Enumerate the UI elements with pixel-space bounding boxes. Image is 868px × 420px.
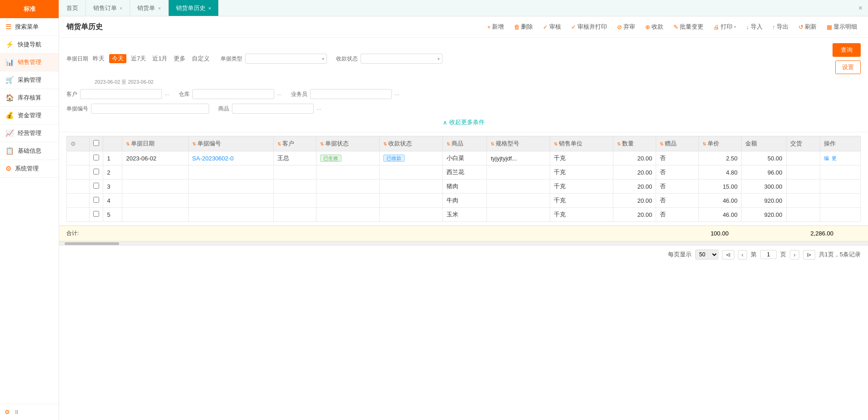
cell-checkbox[interactable] — [90, 165, 103, 180]
sidebar-bottom-icon1[interactable]: ⚙ — [5, 409, 10, 415]
tab-sales-order[interactable]: 销售订单 × — [86, 0, 130, 16]
audit-print-button[interactable]: ✓ 审核并打印 — [567, 21, 611, 33]
collect-button[interactable]: ⊕ 收款 — [642, 21, 667, 33]
th-unit-price[interactable]: ⇅单价 — [699, 136, 742, 151]
first-page-button[interactable]: ⊲ — [722, 250, 734, 260]
cell-doc-no[interactable] — [188, 165, 274, 180]
date-today[interactable]: 今天 — [109, 54, 126, 63]
th-payment-status[interactable]: ⇅收款状态 — [380, 136, 443, 151]
sidebar-item-finance[interactable]: 💰 资金管理 — [0, 107, 59, 125]
staff-dots[interactable]: ··· — [395, 91, 400, 98]
th-qty[interactable]: ⇅数量 — [613, 136, 656, 151]
th-spec-type[interactable]: ⇅规格型号 — [487, 136, 550, 151]
th-doc-no[interactable]: ⇅单据编号 — [188, 136, 274, 151]
page-size-select[interactable]: 50 100 — [695, 250, 718, 260]
tab-sales-history-close[interactable]: × — [208, 5, 211, 11]
sidebar-item-search-menu[interactable]: ☰ 搜索菜单 — [0, 18, 59, 36]
date-7days[interactable]: 近7天 — [129, 54, 148, 63]
more-action[interactable]: 更 — [832, 155, 837, 161]
cell-checkbox[interactable] — [90, 180, 103, 194]
print-button[interactable]: 🖨 打印 ▾ — [710, 21, 740, 33]
scroll-thumb[interactable] — [65, 242, 119, 245]
cell-doc-no[interactable] — [188, 180, 274, 194]
tab-sales-goods[interactable]: 销货单 × — [130, 0, 168, 16]
delete-button[interactable]: 🗑 删除 — [510, 21, 537, 33]
set-button[interactable]: 设置 — [835, 60, 861, 74]
date-1month[interactable]: 近1月 — [151, 54, 169, 63]
payment-status-select[interactable] — [361, 54, 442, 64]
th-doc-date[interactable]: ⇅单据日期 — [122, 136, 188, 151]
staff-input[interactable] — [310, 89, 392, 99]
cell-doc-no[interactable] — [188, 208, 274, 222]
next-page-button[interactable]: › — [790, 250, 799, 260]
tab-home[interactable]: 首页 — [59, 0, 86, 16]
customer-dots[interactable]: ··· — [165, 91, 170, 98]
export-button[interactable]: ↑ 导出 — [769, 21, 793, 33]
table-row: 5玉米千克20.00否46.00920.00 — [67, 208, 861, 222]
cell-unit-price: 2.50 — [699, 151, 742, 165]
last-page-button[interactable]: ⊳ — [803, 250, 815, 260]
discard-button[interactable]: ⊘ 弃审 — [613, 21, 639, 33]
warehouse-dots[interactable]: ··· — [277, 91, 282, 98]
print-dropdown-icon: ▾ — [734, 25, 736, 29]
date-yesterday[interactable]: 昨天 — [91, 54, 106, 63]
batch-change-button[interactable]: ✎ 批量变更 — [670, 21, 707, 33]
th-gift[interactable]: ⇅赠品 — [656, 136, 699, 151]
cell-seq: 1 — [103, 151, 122, 165]
th-sales-unit[interactable]: ⇅销售单位 — [550, 136, 613, 151]
collapse-button[interactable]: ∧ 收起更多条件 — [66, 118, 861, 126]
show-detail-button[interactable]: ▦ 显示明细 — [823, 21, 861, 33]
th-customer[interactable]: ⇅客户 — [274, 136, 316, 151]
sidebar-item-system-mgmt[interactable]: ⚙ 系统管理 — [0, 160, 59, 178]
cell-checkbox[interactable] — [90, 208, 103, 222]
cell-doc-status: 已生效 — [316, 151, 380, 165]
scroll-bar[interactable] — [59, 241, 868, 245]
tabs-close-all[interactable]: × — [853, 4, 868, 12]
th-doc-status[interactable]: ⇅单据状态 — [316, 136, 380, 151]
sidebar-item-operations[interactable]: 📈 经营管理 — [0, 125, 59, 142]
cell-doc-no[interactable] — [188, 194, 274, 208]
cell-doc-no[interactable]: SA-20230602-0 — [188, 151, 274, 165]
cell-doc-date — [122, 208, 188, 222]
sidebar-item-basic-info[interactable]: 📋 基础信息 — [0, 142, 59, 160]
goods-input[interactable] — [232, 104, 314, 114]
sidebar-item-inventory[interactable]: 🏠 库存核算 — [0, 89, 59, 107]
tab-sales-history[interactable]: 销货单历史 × — [169, 0, 219, 16]
th-goods[interactable]: ⇅商品 — [443, 136, 487, 151]
sidebar-item-quick-nav[interactable]: ⚡ 快捷导航 — [0, 36, 59, 54]
audit-button[interactable]: ✓ 审核 — [539, 21, 565, 33]
page-number-input[interactable] — [760, 250, 777, 259]
sidebar-item-sales-mgmt[interactable]: 📊 销售管理 — [0, 54, 59, 71]
edit-action[interactable]: 编 — [824, 155, 829, 161]
tab-sales-order-close[interactable]: × — [120, 5, 122, 11]
tab-sales-goods-close[interactable]: × — [158, 5, 161, 11]
warehouse-input[interactable] — [192, 89, 274, 99]
cell-checkbox[interactable] — [90, 151, 103, 165]
th-amount[interactable]: 金额 — [741, 136, 786, 151]
add-button[interactable]: + 新增 — [483, 21, 507, 33]
refresh-button[interactable]: ↺ 刷新 — [795, 21, 820, 33]
th-amount-label: 金额 — [745, 140, 757, 147]
date-more[interactable]: 更多 — [172, 54, 187, 63]
date-custom[interactable]: 自定义 — [190, 54, 211, 63]
gear-icon[interactable]: ⚙ — [70, 140, 76, 147]
prev-page-button[interactable]: ‹ — [738, 250, 747, 260]
cell-checkbox[interactable] — [90, 194, 103, 208]
import-button[interactable]: ↓ 导入 — [743, 21, 766, 33]
cell-doc-status — [316, 180, 380, 194]
footer-total-amount: 2,286.00 — [810, 230, 833, 237]
th-gear[interactable]: ⚙ — [67, 136, 90, 151]
sidebar-item-purchase-mgmt[interactable]: 🛒 采购管理 — [0, 71, 59, 89]
doc-no-input[interactable] — [91, 104, 209, 114]
sidebar-bottom-icon2[interactable]: ⏸ — [14, 409, 20, 415]
th-exchange-label: 交货 — [790, 140, 802, 147]
doc-type-select[interactable] — [245, 54, 327, 64]
goods-dots[interactable]: ··· — [316, 105, 321, 112]
print-label: 打印 — [721, 23, 733, 31]
query-button[interactable]: 查询 — [833, 43, 861, 57]
finance-icon: 💰 — [5, 111, 14, 120]
customer-input[interactable] — [80, 89, 162, 99]
select-all-checkbox[interactable] — [93, 140, 99, 146]
filter-row-3: 单据编号 商品 ··· — [66, 104, 861, 114]
th-exchange: 交货 — [786, 136, 820, 151]
